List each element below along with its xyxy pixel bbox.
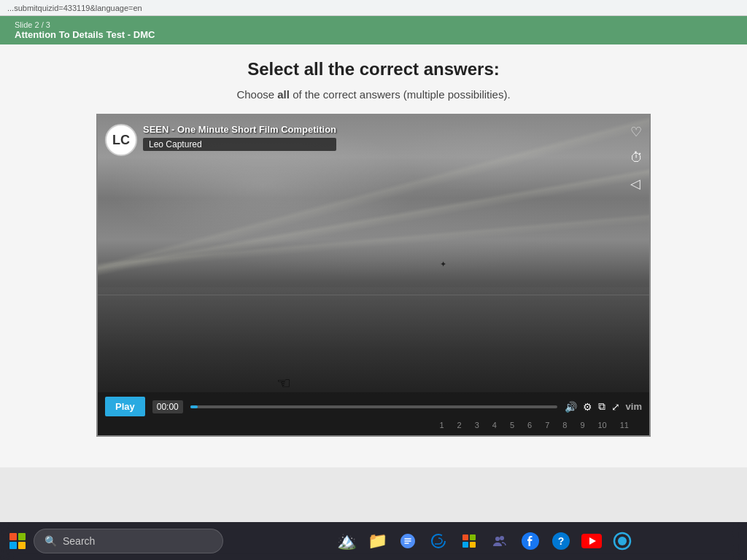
channel-logo: LC	[105, 124, 137, 156]
taskbar-teams-icon[interactable]	[485, 526, 514, 556]
facebook-svg	[521, 532, 540, 551]
slide-title: Attention To Details Test - DMC	[15, 29, 732, 40]
slide-number: Slide 2 / 3	[15, 20, 732, 29]
volume-icon[interactable]: 🔊	[565, 401, 577, 413]
taskbar-youtube-icon[interactable]	[577, 526, 606, 556]
video-subtitle-badge: Leo Captured	[143, 138, 336, 151]
extra-svg	[613, 532, 632, 551]
taskbar-edge-icon[interactable]	[424, 526, 453, 556]
video-title: SEEN - One Minute Short Film Competition	[143, 124, 336, 135]
win-quadrant-4	[18, 542, 26, 549]
main-content: Select all the correct answers: Choose a…	[0, 44, 747, 467]
vimeo-label: vim	[626, 401, 642, 412]
search-bar[interactable]: 🔍 Search	[34, 529, 223, 553]
taskbar-m365-icon[interactable]	[454, 526, 484, 556]
timeline-10: 10	[598, 421, 607, 429]
url-bar: ...submitquizid=433119&language=en	[0, 0, 747, 16]
timeline-11: 11	[620, 421, 629, 429]
water-area	[98, 287, 649, 392]
youtube-svg	[581, 534, 602, 548]
svg-rect-3	[470, 542, 476, 548]
svg-point-4	[500, 536, 504, 540]
timeline-3: 3	[475, 421, 479, 429]
heart-icon[interactable]: ♡	[630, 124, 643, 140]
video-info-overlay: LC SEEN - One Minute Short Film Competit…	[105, 124, 336, 156]
teams-svg	[491, 532, 508, 550]
channel-logo-wrapper: LC	[105, 124, 137, 156]
timeline-2: 2	[457, 421, 462, 429]
svg-point-11	[618, 537, 627, 545]
taskbar-file-explorer-icon[interactable]: 📁	[363, 526, 392, 556]
win-quadrant-1	[9, 533, 17, 540]
timeline-1: 1	[439, 421, 444, 429]
cursor-hand: ☞	[276, 374, 291, 393]
timeline-row: 1 2 3 4 5 6 7 8 9 10 11	[105, 419, 642, 432]
search-text: Search	[63, 535, 95, 547]
copilot-svg	[399, 532, 417, 550]
play-button[interactable]: Play	[105, 397, 145, 416]
subtitle-bold: all	[277, 88, 290, 101]
timeline-5: 5	[510, 421, 514, 429]
bird-silhouette: ✦	[440, 260, 446, 269]
taskbar-icons: 🏔️ 📁	[226, 526, 743, 556]
fullscreen-icon[interactable]: ⤢	[611, 401, 620, 413]
taskbar-extra-icon[interactable]	[608, 526, 637, 556]
timeline-6: 6	[527, 421, 532, 429]
settings-icon[interactable]: ⚙	[583, 401, 592, 413]
taskbar-widgets-icon[interactable]: 🏔️	[332, 526, 361, 556]
timeline-numbers: 1 2 3 4 5 6 7 8 9 10 11	[439, 421, 629, 429]
win-quadrant-2	[18, 533, 26, 540]
horizon-line	[98, 295, 649, 295]
svg-text:?: ?	[558, 535, 565, 547]
video-thumbnail: ✦ LC SEEN - One Minute Short Film Compet…	[98, 115, 649, 392]
question-title: Select all the correct answers:	[29, 59, 718, 79]
svg-rect-1	[470, 534, 476, 540]
start-button[interactable]	[4, 528, 31, 554]
time-display: 00:00	[152, 400, 183, 413]
edge-svg	[430, 532, 447, 550]
windows-logo	[9, 533, 26, 549]
svg-rect-0	[462, 534, 468, 540]
progress-fill	[190, 405, 198, 408]
pip-icon[interactable]: ⧉	[598, 400, 605, 413]
clock-icon[interactable]: ⏱	[630, 150, 643, 166]
video-player[interactable]: ✦ LC SEEN - One Minute Short Film Compet…	[96, 114, 651, 437]
subtitle-post: of the correct answers (multiple possibi…	[290, 88, 511, 101]
timeline-4: 4	[492, 421, 497, 429]
search-icon: 🔍	[44, 535, 57, 547]
taskbar: 🔍 Search 🏔️ 📁	[0, 522, 747, 560]
controls-row: Play 00:00 🔊 ⚙ ⧉ ⤢ vim	[105, 397, 642, 416]
share-icon[interactable]: ◁	[630, 176, 643, 192]
timeline-8: 8	[562, 421, 567, 429]
taskbar-copilot-icon[interactable]	[393, 526, 422, 556]
subtitle-pre: Choose	[236, 88, 277, 101]
video-controls-bar: Play 00:00 🔊 ⚙ ⧉ ⤢ vim 1 2 3 4	[98, 392, 649, 435]
svg-rect-2	[462, 542, 468, 548]
taskbar-facebook-icon[interactable]	[516, 526, 545, 556]
help-svg: ?	[551, 532, 570, 551]
controls-right-icons: 🔊 ⚙ ⧉ ⤢ vim	[565, 400, 642, 413]
folder-icon: 📁	[368, 532, 387, 551]
timeline-9: 9	[580, 421, 584, 429]
video-title-block: SEEN - One Minute Short Film Competition…	[143, 124, 336, 151]
progress-bar[interactable]	[190, 405, 557, 408]
slide-header: Slide 2 / 3 Attention To Details Test - …	[0, 16, 747, 44]
taskbar-help-icon[interactable]: ?	[546, 526, 576, 556]
timeline-7: 7	[545, 421, 549, 429]
question-subtitle: Choose all of the correct answers (multi…	[29, 88, 718, 101]
url-text: ...submitquizid=433119&language=en	[7, 4, 142, 12]
video-right-icons: ♡ ⏱ ◁	[630, 124, 643, 192]
m365-svg	[460, 532, 478, 550]
win-quadrant-3	[9, 542, 17, 549]
